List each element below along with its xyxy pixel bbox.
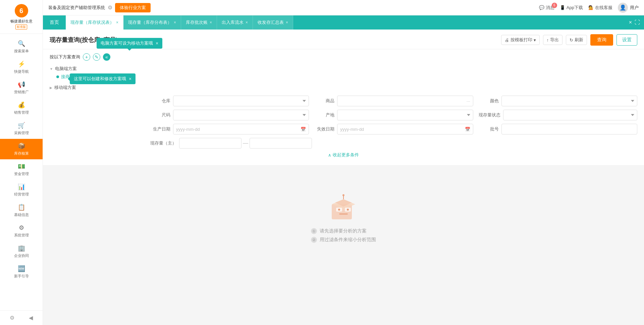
setting-button[interactable]: 设置 [616, 34, 637, 46]
filter-add-button[interactable]: + [83, 53, 90, 61]
tab-batch-account[interactable]: 库存批次账 × [181, 15, 217, 30]
scheme-mobile-label: 移动端方案 [54, 85, 76, 91]
collapse-bar[interactable]: ∧ 收起更多条件 [50, 149, 637, 161]
goods-more-icon[interactable]: ··· [467, 99, 470, 104]
tab-inventory-status-close[interactable]: × [116, 20, 118, 25]
color-select[interactable] [501, 96, 637, 106]
calendar-icon-produce[interactable]: 📅 [301, 127, 306, 132]
gear-icon[interactable]: ⚙ [108, 4, 112, 11]
print-label: 按模板打印 [511, 37, 532, 43]
stock-status-select[interactable] [503, 110, 637, 120]
tab-inout-flow[interactable]: 出入库流水 × [217, 15, 253, 30]
filter-rows: 仓库 商品 ··· 颜色 [150, 96, 637, 149]
sidebar-item-marketing[interactable]: 📢 营销推广 [0, 77, 43, 98]
batch-no-input[interactable] [501, 124, 637, 134]
sidebar-item-finance[interactable]: 💵 资金管理 [0, 159, 43, 180]
sidebar-item-marketing-label: 营销推广 [14, 90, 29, 95]
tab-collect-summary-close[interactable]: × [286, 20, 288, 25]
logo-icon: 6 [15, 4, 28, 17]
produce-date-label: 生产日期 [150, 126, 170, 132]
expire-date-label: 失效日期 [314, 126, 334, 132]
empty-tips: ① 请先选择要分析的方案 ② 用过滤条件来缩小分析范围 [311, 228, 376, 243]
sidebar-item-quick[interactable]: ⚡ 快捷导航 [0, 57, 43, 77]
tab-maximize-btn[interactable]: ⛶ [635, 19, 640, 25]
sidebar-item-guide-label: 新手引导 [14, 274, 29, 279]
settings-bottom-btn[interactable]: ⚙ [10, 315, 14, 321]
tooltip-text-1: 电脑方案可设为移动方案哦 [101, 40, 153, 46]
filter-edit-button[interactable]: ✎ [93, 53, 100, 61]
header-right: 💬 消息 6 📱 App下载 💁 在线客服 👤 用户 [539, 3, 639, 13]
tab-inventory-dist[interactable]: 现存量（库存分布表） × [123, 15, 181, 30]
tab-inout-flow-close[interactable]: × [246, 20, 248, 25]
tooltip-2-close[interactable]: × [129, 76, 131, 82]
calendar-icon-expire[interactable]: 📅 [465, 127, 470, 132]
sales-nav-icon: 💰 [18, 101, 25, 109]
app-download-btn[interactable]: 📱 App下载 [560, 5, 583, 11]
user-name: 用户 [630, 5, 639, 11]
tab-inventory-status[interactable]: 现存量（库存状况表） × [66, 15, 123, 30]
sidebar-item-inventory[interactable]: 📦 库存核算 [0, 139, 43, 159]
search-button[interactable]: 查询 [590, 34, 613, 46]
sidebar-item-guide[interactable]: 🆕 新手引导 [0, 262, 43, 282]
range-separator: — [243, 140, 248, 146]
content-area: 现存量查询(按仓库+商品) 🖨 按模板打印 ▾ ↑ 导出 ↻ 刷新 查询 设置 [43, 30, 644, 325]
empty-tip-1: ① 请先选择要分析的方案 [311, 228, 376, 234]
sidebar-item-system[interactable]: ⚙ 系统管理 [0, 221, 43, 241]
system-name: 装备及固定资产辅助管理系统 [48, 5, 105, 11]
tab-batch-account-close[interactable]: × [210, 20, 212, 25]
stock-status-label: 现存量状态 [479, 112, 500, 118]
tooltip-desktop-to-mobile: 电脑方案可设为移动方案哦 × [97, 38, 162, 49]
expire-date-wrapper[interactable]: yyyy-mm-dd 📅 [337, 124, 473, 134]
tip-text-1: 请先选择要分析的方案 [320, 228, 367, 234]
scheme-desktop-item[interactable]: ▼ 电脑端方案 [50, 65, 637, 73]
sidebar-item-search[interactable]: 🔍 搜索菜单 [0, 37, 43, 57]
tab-close-all-btn[interactable]: × [629, 19, 632, 25]
filter-row-4: 现存量（主） — [150, 138, 637, 149]
trial-button[interactable]: 体验行业方案 [115, 3, 151, 12]
message-btn[interactable]: 💬 消息 6 [539, 5, 554, 11]
user-avatar-icon: 👤 [620, 4, 626, 11]
stock-qty-max-input[interactable] [250, 138, 312, 149]
sidebar-item-enterprise-label: 企业协同 [14, 253, 29, 258]
stock-qty-min-input[interactable] [179, 138, 241, 149]
refresh-button[interactable]: ↻ 刷新 [566, 35, 587, 45]
stock-qty-label: 现存量（主） [150, 140, 176, 146]
collapse-sidebar-btn[interactable]: ◀ [29, 315, 33, 321]
filter-row-3: 生产日期 yyyy-mm-dd 📅 失效日期 yyyy-mm-dd 📅 [150, 124, 637, 134]
origin-select[interactable] [337, 110, 473, 120]
filter-row-1: 仓库 商品 ··· 颜色 [150, 96, 637, 106]
filter-field-produce-date: 生产日期 yyyy-mm-dd 📅 [150, 124, 309, 134]
tab-inventory-dist-close[interactable]: × [174, 20, 176, 25]
filter-field-origin: 产地 [314, 110, 473, 120]
sidebar-item-basic-label: 基础信息 [14, 212, 29, 217]
user-avatar: 👤 [618, 3, 628, 13]
filter-back-button[interactable]: « [103, 53, 110, 61]
produce-date-wrapper[interactable]: yyyy-mm-dd 📅 [173, 124, 309, 134]
export-button[interactable]: ↑ 导出 [543, 35, 563, 45]
warehouse-select[interactable] [173, 96, 309, 106]
size-select[interactable] [173, 110, 309, 120]
sidebar-item-enterprise[interactable]: 🏢 企业协同 [0, 241, 43, 262]
scheme-desktop-child[interactable]: 接商品 [56, 73, 637, 81]
svg-point-6 [347, 209, 349, 211]
print-button[interactable]: 🖨 按模板打印 ▾ [501, 35, 540, 45]
sidebar-item-basic[interactable]: 📋 基础信息 [0, 200, 43, 221]
tab-batch-account-label: 库存批次账 [186, 19, 208, 25]
export-icon: ↑ [547, 38, 549, 43]
sidebar-item-operations[interactable]: 📊 经营管理 [0, 180, 43, 200]
sidebar-bottom: ⚙ ◀ [0, 310, 43, 325]
tab-home[interactable]: 首页 [43, 15, 66, 30]
tab-right-buttons: × ⛶ [629, 19, 644, 25]
scheme-mobile-item[interactable]: ▶ 移动端方案 [50, 84, 637, 92]
sidebar-item-purchase[interactable]: 🛒 采购管理 [0, 118, 43, 139]
filter-row-2: 尺码 产地 现存量状态 [150, 110, 637, 120]
tab-collect-summary[interactable]: 收发存汇总表 × [253, 15, 293, 30]
goods-input-wrapper[interactable]: ··· [337, 96, 473, 106]
online-service-btn[interactable]: 💁 在线客服 [588, 5, 612, 11]
tooltip-1-close[interactable]: × [156, 41, 158, 46]
tip-num-1: ① [311, 228, 317, 234]
sidebar-item-sales[interactable]: 💰 销售管理 [0, 98, 43, 118]
filter-label: 按以下方案查询 [50, 54, 80, 60]
user-menu-btn[interactable]: 👤 用户 [618, 3, 639, 13]
tab-inventory-dist-label: 现存量（库存分布表） [128, 19, 172, 25]
